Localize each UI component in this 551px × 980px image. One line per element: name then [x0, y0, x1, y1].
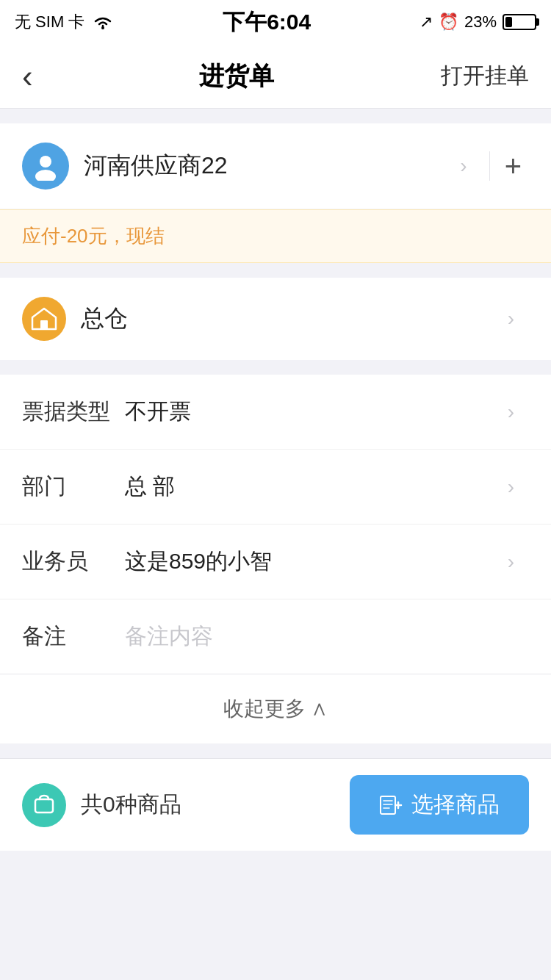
person-icon [31, 151, 60, 181]
add-button[interactable]: + [497, 150, 529, 183]
notice-banner: 应付-20元，现结 [0, 209, 551, 263]
gap-4 [0, 743, 551, 758]
warehouse-row[interactable]: 总仓 › [0, 278, 551, 360]
staff-value: 这是859的小智 [125, 547, 508, 577]
warehouse-icon [22, 297, 66, 341]
status-time: 下午6:04 [223, 7, 311, 37]
page-title: 进货单 [199, 60, 274, 93]
nav-bar: ‹ 进货单 打开挂单 [0, 44, 551, 109]
status-bar: 无 SIM 卡 下午6:04 ↗ ⏰ 23% [0, 0, 551, 44]
direction-icon: ↗ [419, 12, 433, 32]
supplier-avatar [22, 143, 69, 190]
gap-2 [0, 263, 551, 278]
supplier-chevron-icon: › [460, 154, 467, 178]
svg-point-1 [40, 156, 51, 167]
alarm-icon: ⏰ [439, 12, 458, 32]
status-right: ↗ ⏰ 23% [419, 12, 536, 32]
dept-value: 总 部 [125, 472, 508, 502]
bill-type-row[interactable]: 票据类型 不开票 › [0, 375, 551, 450]
sim-label: 无 SIM 卡 [15, 11, 84, 33]
select-product-icon [379, 793, 403, 817]
collapse-row[interactable]: 收起更多 ∧ [0, 674, 551, 743]
staff-chevron-icon: › [508, 550, 514, 574]
open-pending-button[interactable]: 打开挂单 [441, 61, 529, 91]
gray-fill-area [0, 851, 551, 980]
bill-type-label: 票据类型 [22, 397, 125, 427]
svg-rect-4 [40, 320, 48, 329]
bottom-bar: 共0种商品 选择商品 [0, 758, 551, 851]
collapse-label[interactable]: 收起更多 ∧ [223, 695, 328, 723]
dept-row[interactable]: 部门 总 部 › [0, 450, 551, 525]
status-left: 无 SIM 卡 [15, 11, 114, 33]
battery-icon [503, 14, 536, 30]
gap-1 [0, 109, 551, 123]
bill-type-chevron-icon: › [508, 400, 514, 424]
supplier-name: 河南供应商22 [84, 150, 228, 182]
staff-row[interactable]: 业务员 这是859的小智 › [0, 525, 551, 599]
note-row[interactable]: 备注 备注内容 [0, 599, 551, 674]
supplier-left: 河南供应商22 [22, 143, 460, 190]
supplier-row[interactable]: 河南供应商22 › + [0, 123, 551, 209]
staff-label: 业务员 [22, 547, 125, 577]
note-input[interactable]: 备注内容 [125, 621, 529, 652]
select-product-label: 选择商品 [411, 790, 500, 820]
svg-point-2 [35, 170, 56, 181]
back-button[interactable]: ‹ [22, 58, 33, 95]
house-icon [31, 306, 57, 332]
dept-label: 部门 [22, 472, 125, 502]
dept-chevron-icon: › [508, 475, 514, 499]
svg-rect-5 [35, 799, 53, 813]
notice-text: 应付-20元，现结 [22, 225, 165, 247]
select-product-button[interactable]: 选择商品 [350, 775, 529, 835]
battery-pct: 23% [464, 12, 497, 32]
cart-icon [31, 792, 57, 818]
svg-point-0 [101, 26, 104, 29]
supplier-section: 河南供应商22 › + 应付-20元，现结 [0, 123, 551, 263]
wifi-icon [92, 14, 114, 30]
svg-rect-6 [381, 796, 395, 814]
warehouse-label: 总仓 [81, 303, 493, 335]
warehouse-section: 总仓 › [0, 278, 551, 360]
warehouse-chevron-icon: › [508, 307, 514, 331]
product-icon [22, 783, 66, 827]
product-count-label: 共0种商品 [81, 790, 335, 820]
gap-3 [0, 360, 551, 375]
vertical-divider [489, 151, 490, 181]
note-label: 备注 [22, 621, 125, 652]
bill-type-value: 不开票 [125, 397, 508, 427]
form-section: 票据类型 不开票 › 部门 总 部 › 业务员 这是859的小智 › 备注 备注… [0, 375, 551, 743]
